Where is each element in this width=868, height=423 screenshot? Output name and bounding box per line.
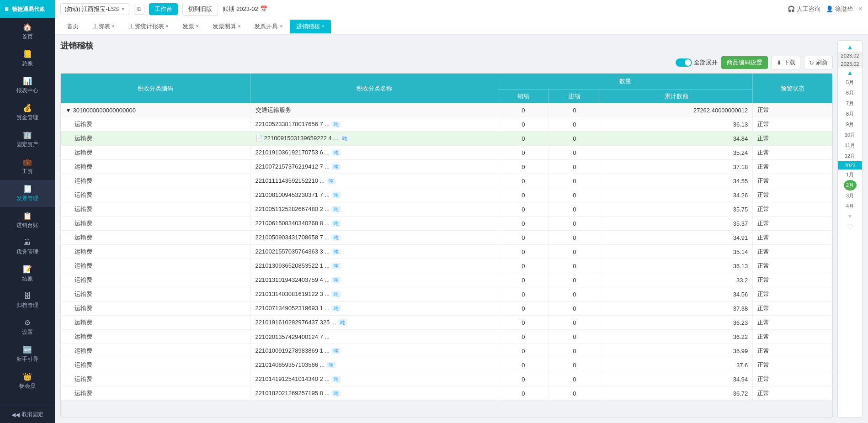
sales-cell: 0 <box>498 344 549 358</box>
switch-version-button[interactable]: 切到旧版 <box>182 3 218 16</box>
timeline-month-7[interactable]: 7月 <box>838 98 862 109</box>
refresh-button[interactable]: ↻ 刷新 <box>804 56 833 69</box>
timeline-month-4[interactable]: 4月 <box>838 201 862 212</box>
pin-toggle[interactable]: ◀◀ 取消固定 <box>0 406 55 423</box>
sidebar-item-tax[interactable]: 🏛 税务管理 <box>0 234 55 260</box>
tab-close-icon[interactable]: × <box>322 24 325 29</box>
favorite-icon[interactable]: ♡ <box>845 221 855 233</box>
unit-tag: 吨 <box>331 277 341 283</box>
table-row[interactable]: 运输费 2210131019432403759 4 ... 吨 0 0 33.2… <box>61 273 832 287</box>
table-row[interactable]: 运输费 2210201357429400124 7 ... 0 0 36.22 … <box>61 330 832 344</box>
sidebar-item-ledger[interactable]: 📒 总账 <box>0 45 55 72</box>
tab-reconcile[interactable]: 进销稽核 × <box>290 20 331 33</box>
expand-icon[interactable]: ▼ <box>65 107 71 114</box>
tab-close-icon[interactable]: × <box>112 24 115 29</box>
sidebar-item-reports[interactable]: 📊 报表中心 <box>0 72 55 99</box>
sidebar-item-assets[interactable]: 🏢 固定资产 <box>0 126 55 153</box>
sidebar-item-funds[interactable]: 💰 资金管理 <box>0 99 55 126</box>
copy-button[interactable]: ⧉ <box>134 4 144 15</box>
table-row[interactable]: 运输费 2210072157376219412 7 ... 吨 0 0 37.1… <box>61 160 832 174</box>
timeline-up-arrow2[interactable]: ▲ <box>846 68 854 77</box>
pin-label: 取消固定 <box>21 411 43 418</box>
table-row[interactable]: 运输费 2210052338178017656 7 ... 吨 0 0 36.1… <box>61 117 832 132</box>
table-row[interactable]: 运输费 2210111143592152210 ... 吨 0 0 34.55 … <box>61 174 832 188</box>
table-row[interactable]: 运输费 2210081009453230371 7 ... 吨 0 0 34.2… <box>61 188 832 202</box>
sidebar-item-guide[interactable]: 🆕 新手引导 <box>0 341 55 368</box>
table-row[interactable]: 运输费 2210182021269257195 8 ... 吨 0 0 36.7… <box>61 386 832 401</box>
table-row[interactable]: 运输费 2210050903431708658 7 ... 吨 0 0 34.9… <box>61 231 832 245</box>
table-row[interactable]: 运输费 2210191036192170753 6 ... 吨 0 0 35.2… <box>61 146 832 160</box>
topbar-right: 🎧 人工咨询 👤 徐溢华 × <box>788 5 863 13</box>
invoice-code-cell: 2210130936520853522 1 ... 吨 <box>250 259 498 273</box>
table-row[interactable]: ▼ 3010000000000000000 交通运输服务 0 0 27262.4… <box>61 103 832 117</box>
tab-close-icon[interactable]: × <box>196 24 199 29</box>
table-row[interactable]: 运输费 2210130936520853522 1 ... 吨 0 0 36.1… <box>61 259 832 273</box>
tab-invoice[interactable]: 发票 × <box>176 20 205 33</box>
table-row[interactable]: 运输费 2210140859357103566 ... 吨 0 0 37.6 正… <box>61 358 832 372</box>
sidebar-item-payroll[interactable]: 💼 工资 <box>0 153 55 180</box>
tab-label: 发票测算 <box>213 22 236 31</box>
sidebar-item-settings[interactable]: ⚙ 设置 <box>0 314 55 341</box>
table-row[interactable]: 运输费 2210061508340340268 8 ... 吨 0 0 35.3… <box>61 217 832 231</box>
table-row[interactable]: 运输费 2210141912541014340 2 ... 吨 0 0 34.9… <box>61 372 832 386</box>
sidebar-item-sales-ledger[interactable]: 📋 进销台账 <box>0 207 55 234</box>
tab-invoice-open[interactable]: 发票开具 × <box>248 20 289 33</box>
home-icon: 🏠 <box>23 23 32 32</box>
sidebar-item-member[interactable]: 👑 畅会员 <box>0 368 55 395</box>
tab-close-icon[interactable]: × <box>166 24 169 29</box>
workspace-button[interactable]: 工作台 <box>149 3 178 15</box>
sidebar-item-label: 畅会员 <box>19 382 36 390</box>
timeline-month-9[interactable]: 9月 <box>838 119 862 130</box>
sidebar-item-settlement[interactable]: 📝 结账 <box>0 260 55 287</box>
timeline-month-6[interactable]: 6月 <box>838 88 862 98</box>
tab-label: 首页 <box>67 22 79 31</box>
timeline-up-arrow[interactable]: ▲ <box>846 42 854 52</box>
period-display: 账期 2023-02 📅 <box>223 5 267 13</box>
tab-home[interactable]: 首页 <box>60 20 85 33</box>
sidebar-item-label: 报表中心 <box>16 87 38 95</box>
table-row[interactable]: 运输费 2210100919278983869 1 ... 吨 0 0 35.9… <box>61 344 832 358</box>
tab-payroll-stats[interactable]: 工资统计报表 × <box>122 20 175 33</box>
tab-invoice-calc[interactable]: 发票测算 × <box>206 20 247 33</box>
timeline-month-1[interactable]: 1月 <box>838 169 862 180</box>
status-cell: 正常 <box>753 316 832 330</box>
tab-payroll[interactable]: 工资表 × <box>86 20 121 33</box>
timeline-month-12[interactable]: 12月 <box>838 151 862 161</box>
table-row[interactable]: 运输费 2210051125282667480 2 ... 吨 0 0 35.7… <box>61 202 832 217</box>
sidebar-item-home[interactable]: 🏠 首页 <box>0 18 55 45</box>
timeline-down-arrow[interactable]: ▼ <box>846 212 854 221</box>
timeline-month-5[interactable]: 5月 <box>838 77 862 88</box>
table-row[interactable]: 运输费 2210131403081619122 3 ... 吨 0 0 34.5… <box>61 287 832 301</box>
support-link[interactable]: 🎧 人工咨询 <box>788 5 820 13</box>
download-button[interactable]: ⬇ 下载 <box>772 56 800 69</box>
table-row[interactable]: 运输费 2210021557035764363 3 ... 吨 0 0 35.1… <box>61 245 832 259</box>
sidebar-item-archive[interactable]: 🗄 归档管理 <box>0 287 55 314</box>
sales-cell: 0 <box>498 174 549 188</box>
user-profile[interactable]: 👤 徐溢华 <box>826 5 853 13</box>
timeline-month-3[interactable]: 3月 <box>838 190 862 201</box>
timeline-month-8[interactable]: 8月 <box>838 109 862 119</box>
item-name-cell: 运输费 <box>61 231 250 245</box>
table-row[interactable]: 运输费 2210191610292976437 325 ... 吨 0 0 36… <box>61 316 832 330</box>
settlement-icon: 📝 <box>23 265 32 274</box>
invoice-code-cell: 2210072157376219412 7 ... 吨 <box>250 160 498 174</box>
invoice-icon: 🧾 <box>23 185 32 193</box>
table-row[interactable]: 运输费 2210071349052319693 1 ... 吨 0 0 37.3… <box>61 301 832 316</box>
table-row[interactable]: 运输费 📄2210091503139659222 4 ... 吨 0 0 34.… <box>61 132 832 146</box>
guide-icon: 🆕 <box>23 345 32 354</box>
purchase-cell: 0 <box>549 117 600 132</box>
timeline-month-10[interactable]: 10月 <box>838 130 862 140</box>
cumulative-cell: 35.99 <box>600 344 753 358</box>
timeline-month-2-active[interactable]: 2月 <box>844 180 857 190</box>
timeline-month-11[interactable]: 11月 <box>838 140 862 151</box>
company-selector[interactable]: (勿动) 江西报宝-LSS ▼ <box>60 3 129 15</box>
unit-tag: 吨 <box>331 164 341 170</box>
close-button[interactable]: × <box>858 5 863 13</box>
product-settings-button[interactable]: 商品编码设置 <box>721 56 768 69</box>
invoice-code-cell: 2210141912541014340 2 ... 吨 <box>250 372 498 386</box>
sales-cell: 0 <box>498 301 549 316</box>
sidebar-item-invoice[interactable]: 🧾 发票管理 <box>0 180 55 207</box>
tab-close-icon[interactable]: × <box>238 24 241 29</box>
expand-toggle[interactable] <box>676 58 692 67</box>
tab-close-icon[interactable]: × <box>280 24 282 29</box>
